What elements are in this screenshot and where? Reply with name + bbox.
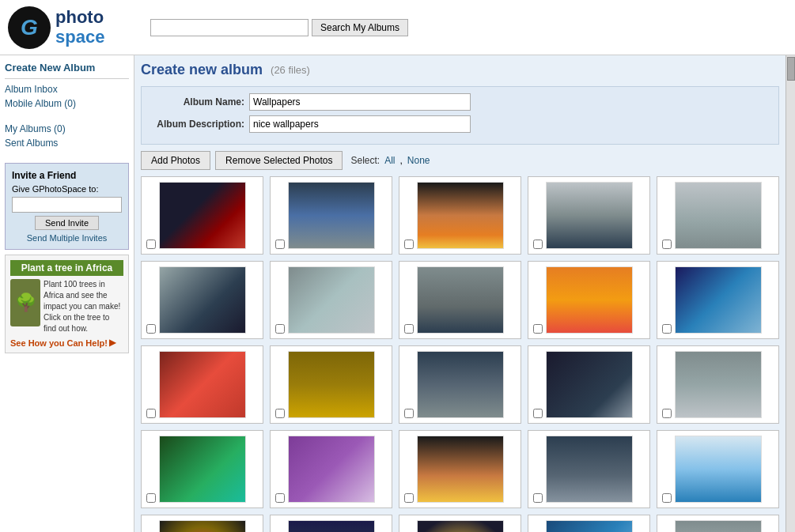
remove-selected-button[interactable]: Remove Selected Photos — [215, 151, 343, 170]
select-separator: , — [400, 155, 403, 166]
photo-cell — [657, 345, 779, 424]
photo-select-checkbox[interactable] — [404, 409, 414, 418]
photo-cell — [399, 515, 521, 532]
sent-albums-link[interactable]: Sent Albums — [5, 138, 129, 149]
photo-cell — [270, 261, 392, 339]
photo-select-checkbox[interactable] — [275, 324, 285, 334]
invite-box: Invite a Friend Give GPhotoSpace to: Sen… — [5, 163, 129, 250]
photo-select-checkbox[interactable] — [404, 240, 414, 249]
photo-thumbnail — [288, 266, 375, 334]
create-album-link[interactable]: Create New Album — [5, 62, 129, 74]
africa-help-link[interactable]: See How you Can Help! ▶ — [10, 338, 123, 348]
photo-thumbnail — [546, 266, 633, 334]
my-albums-link[interactable]: My Albums (0) — [5, 123, 129, 134]
logo-icon: G — [8, 6, 51, 49]
photo-toolbar: Add Photos Remove Selected Photos Select… — [141, 151, 779, 170]
sidebar: Create New Album Album Inbox Mobile Albu… — [0, 55, 134, 532]
africa-ad-text: Plant 100 trees in Africa and see the im… — [44, 279, 123, 334]
photo-cell — [141, 176, 263, 255]
photo-thumbnail — [675, 351, 762, 418]
select-all-link[interactable]: All — [384, 155, 395, 166]
logo-text: photo space — [55, 8, 104, 46]
photo-cell — [399, 176, 521, 255]
photo-cell — [528, 261, 650, 339]
photo-cell — [528, 515, 650, 532]
photo-select-checkbox[interactable] — [533, 324, 543, 334]
photo-cell — [657, 261, 779, 339]
invite-email-input[interactable] — [12, 197, 122, 213]
africa-tree-icon: 🌳 — [10, 279, 40, 326]
photo-select-checkbox[interactable] — [662, 324, 672, 334]
photo-select-checkbox[interactable] — [275, 409, 285, 418]
photo-cell — [657, 515, 779, 532]
album-name-row: Album Name: — [150, 93, 770, 111]
photo-thumbnail — [159, 351, 246, 418]
photo-thumbnail — [675, 436, 762, 503]
photo-thumbnail — [159, 436, 246, 503]
main-layout: Create New Album Album Inbox Mobile Albu… — [0, 55, 795, 532]
photo-select-checkbox[interactable] — [533, 409, 543, 418]
album-desc-input[interactable] — [249, 115, 471, 133]
photo-thumbnail — [675, 182, 762, 249]
album-name-input[interactable] — [249, 93, 471, 111]
africa-ad[interactable]: Plant a tree in Africa 🌳 Plant 100 trees… — [5, 255, 129, 353]
photo-grid — [141, 176, 779, 532]
photo-select-checkbox[interactable] — [404, 493, 414, 503]
africa-ad-title: Plant a tree in Africa — [10, 260, 123, 276]
logo-letter: G — [21, 15, 38, 40]
photo-select-checkbox[interactable] — [146, 409, 156, 418]
photo-cell — [657, 176, 779, 255]
photo-select-checkbox[interactable] — [404, 324, 414, 334]
select-none-link[interactable]: None — [407, 155, 430, 166]
chevron-right-icon: ▶ — [109, 338, 115, 348]
photo-select-checkbox[interactable] — [275, 240, 285, 249]
photo-cell — [141, 515, 263, 532]
photo-select-checkbox[interactable] — [662, 409, 672, 418]
photo-thumbnail — [288, 520, 375, 532]
search-area: Search My Albums — [150, 19, 408, 36]
photo-cell — [270, 176, 392, 255]
photo-thumbnail — [546, 520, 633, 532]
album-desc-row: Album Description: — [150, 115, 770, 133]
album-form: Album Name: Album Description: — [141, 86, 779, 145]
select-label: Select: — [350, 155, 380, 166]
photo-cell — [141, 345, 263, 424]
photo-cell — [399, 261, 521, 339]
photo-thumbnail — [159, 182, 246, 249]
header: G photo space Search My Albums — [0, 0, 795, 55]
photo-cell — [528, 430, 650, 508]
add-photos-button[interactable]: Add Photos — [141, 151, 210, 170]
search-albums-button[interactable]: Search My Albums — [312, 19, 408, 36]
album-inbox-link[interactable]: Album Inbox — [5, 84, 129, 95]
send-invite-button[interactable]: Send Invite — [35, 216, 99, 230]
photo-thumbnail — [159, 266, 246, 334]
photo-select-checkbox[interactable] — [146, 240, 156, 249]
photo-thumbnail — [546, 351, 633, 418]
photo-cell — [270, 430, 392, 508]
album-desc-label: Album Description: — [150, 119, 244, 130]
search-input[interactable] — [150, 19, 309, 36]
photo-select-checkbox[interactable] — [146, 324, 156, 334]
photo-select-checkbox[interactable] — [275, 493, 285, 503]
album-header: Create new album (26 files) — [141, 62, 779, 78]
photo-select-checkbox[interactable] — [662, 493, 672, 503]
logo-area: G photo space — [8, 6, 142, 49]
photo-select-checkbox[interactable] — [146, 493, 156, 503]
file-count: (26 files) — [271, 64, 310, 76]
photo-thumbnail — [417, 520, 504, 532]
photo-cell — [270, 345, 392, 424]
africa-ad-body: 🌳 Plant 100 trees in Africa and see the … — [10, 279, 123, 334]
scrollbar[interactable] — [786, 55, 795, 532]
logo-photo: photo — [55, 8, 104, 27]
scroll-thumb[interactable] — [787, 57, 795, 81]
sidebar-nav: Create New Album Album Inbox Mobile Albu… — [0, 55, 134, 158]
photo-cell — [270, 515, 392, 532]
photo-select-checkbox[interactable] — [533, 240, 543, 249]
mobile-album-link[interactable]: Mobile Album (0) — [5, 98, 129, 109]
send-multiple-invites-link[interactable]: Send Multiple Invites — [12, 233, 122, 243]
photo-thumbnail — [288, 351, 375, 418]
photo-select-checkbox[interactable] — [533, 493, 543, 503]
photo-thumbnail — [546, 436, 633, 503]
photo-select-checkbox[interactable] — [662, 240, 672, 249]
album-name-label: Album Name: — [150, 96, 244, 108]
